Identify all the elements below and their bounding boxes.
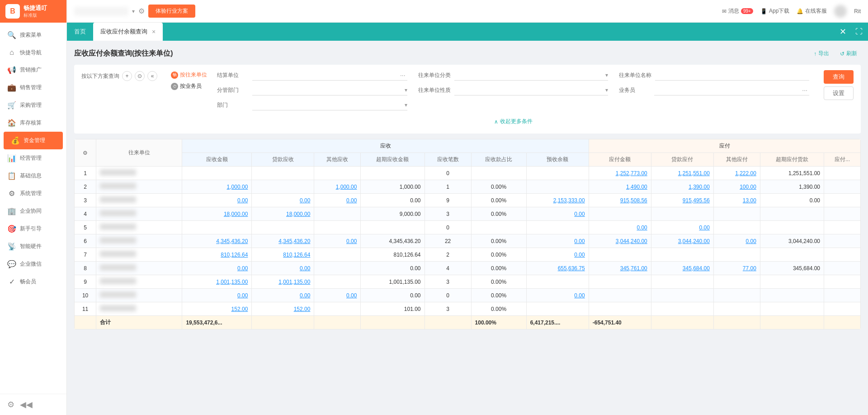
sidebar-item-basic[interactable]: 📋 基础信息 [0,167,66,185]
table-cell[interactable] [526,221,589,234]
link-value[interactable]: 0.00 [300,197,310,204]
tab-ar-query[interactable]: 应收应付余额查询 × [93,23,163,41]
table-cell[interactable]: 0.00 [314,194,361,207]
table-cell[interactable]: 1,001,135.00 [252,275,314,289]
sidebar-item-guide[interactable]: 🎯 新手引导 [0,220,66,238]
online-service-button[interactable]: 🔔 在线客服 [797,7,827,15]
link-value[interactable]: 0.00 [574,252,585,258]
table-cell[interactable] [713,207,760,221]
table-cell[interactable]: 1,251,551.00 [651,167,713,180]
table-cell[interactable]: 0.00 [252,289,314,302]
table-cell[interactable]: 152.00 [182,302,252,316]
link-value[interactable]: 0.00 [237,265,248,272]
table-cell[interactable]: 0.00 [526,207,589,221]
table-cell[interactable] [314,275,361,289]
table-cell[interactable] [526,180,589,194]
table-cell[interactable] [651,207,713,221]
table-cell[interactable] [651,248,713,262]
link-value[interactable]: 4,345,436.20 [278,238,310,244]
table-cell[interactable]: 0.00 [252,194,314,207]
table-cell[interactable]: 655,636.75 [526,262,589,275]
link-value[interactable]: 345,761.00 [620,265,647,272]
sidebar-item-finance[interactable]: 💰 资金管理 [4,132,63,149]
table-cell[interactable] [526,167,589,180]
link-value[interactable]: 345,684.00 [683,265,710,272]
table-cell[interactable] [713,221,760,234]
link-value[interactable]: 655,636.75 [558,265,585,272]
table-cell[interactable] [526,275,589,289]
table-cell[interactable]: 0.00 [314,289,361,302]
partner-category-chevron-icon[interactable]: ▾ [605,72,608,78]
link-value[interactable]: 3,044,240.00 [616,238,647,244]
link-value[interactable]: 1,000.00 [227,184,248,190]
link-value[interactable]: 0.00 [699,224,709,231]
link-value[interactable]: 3,044,240.00 [678,238,710,244]
dept-manager-chevron-icon[interactable]: ▾ [405,87,407,93]
table-cell[interactable]: 915,508.56 [589,194,651,207]
sidebar-item-member[interactable]: ✓ 畅会员 [0,273,66,291]
link-value[interactable]: 18,000.00 [286,211,310,217]
app-download-button[interactable]: 📱 App下载 [760,7,789,15]
table-cell[interactable]: 0.00 [651,221,713,234]
dept-chevron-icon[interactable]: ▾ [405,102,407,108]
fullscreen-icon[interactable]: ⛶ [850,28,868,36]
link-value[interactable]: 1,000.00 [336,184,357,190]
refresh-button[interactable]: ↺ 刷新 [836,48,861,59]
table-cell[interactable] [713,289,760,302]
table-cell[interactable]: 3,044,240.00 [651,234,713,248]
table-cell[interactable] [252,221,314,234]
setting-button[interactable]: 设置 [824,86,854,100]
link-value[interactable]: 0.00 [300,265,310,272]
table-cell[interactable]: 0.00 [252,262,314,275]
partner-nature-chevron-icon[interactable]: ▾ [605,87,608,93]
sidebar-item-sales[interactable]: 💼 销售管理 [0,79,66,96]
sidebar-item-operations[interactable]: 📊 经营管理 [0,149,66,167]
link-value[interactable]: 0.00 [574,211,585,217]
table-cell[interactable]: 2,153,333.00 [526,194,589,207]
link-value[interactable]: 915,508.56 [620,197,647,204]
link-value[interactable]: 0.00 [746,238,756,244]
table-cell[interactable] [651,289,713,302]
edit-scheme-button[interactable]: ⊙ [135,71,145,81]
link-value[interactable]: 77.00 [743,265,756,272]
link-value[interactable]: 810,126.64 [221,252,248,258]
table-cell[interactable] [589,275,651,289]
link-value[interactable]: 0.00 [346,238,357,244]
th-settings[interactable]: ⚙ [75,139,96,167]
sidebar-item-corp[interactable]: 🏢 企业协同 [0,202,66,220]
message-button[interactable]: ✉ 消息 99+ [722,7,753,15]
table-cell[interactable]: 345,761.00 [589,262,651,275]
table-cell[interactable]: 1,490.00 [589,180,651,194]
tab-close-icon[interactable]: × [152,28,156,35]
settlement-unit-input[interactable] [252,70,398,80]
sidebar-item-wechat[interactable]: 💬 企业微信 [0,255,66,273]
table-cell[interactable] [314,262,361,275]
link-value[interactable]: 0.00 [237,292,248,299]
query-button[interactable]: 查询 [824,70,854,84]
table-cell[interactable]: 0.00 [182,289,252,302]
table-scroll[interactable]: ⚙ 往来单位 应收 应付 应收金额 贷款应收 其他应收 超期应收金额 应收笔数 … [74,139,861,329]
expand-scheme-button[interactable]: « [147,71,157,81]
promo-button[interactable]: 体验行业方案 [148,5,195,18]
sidebar-item-marketing[interactable]: 📢 营销推广 [0,61,66,79]
sidebar-item-smart[interactable]: 📡 智能硬件 [0,238,66,255]
table-cell[interactable]: 1,000.00 [182,180,252,194]
link-value[interactable]: 0.00 [637,224,647,231]
tab-home[interactable]: 首页 [67,23,93,41]
window-close-icon[interactable]: ✕ [836,27,850,37]
add-scheme-button[interactable]: + [122,71,132,81]
table-cell[interactable] [589,207,651,221]
link-value[interactable]: 0.00 [346,197,357,204]
link-value[interactable]: 1,001,135.00 [278,279,310,285]
table-cell[interactable] [314,221,361,234]
table-cell[interactable] [314,167,361,180]
link-value[interactable]: 13.00 [743,197,756,204]
sidebar-item-search-menu[interactable]: 🔍 搜索菜单 [0,26,66,44]
table-cell[interactable]: 100.00 [713,180,760,194]
footer-settings-icon[interactable]: ⚙ [7,400,14,410]
link-value[interactable]: 152.00 [231,306,248,312]
table-cell[interactable]: 18,000.00 [182,207,252,221]
table-cell[interactable]: 1,001,135.00 [182,275,252,289]
link-value[interactable]: 810,126.64 [283,252,310,258]
link-value[interactable]: 0.00 [574,292,585,299]
